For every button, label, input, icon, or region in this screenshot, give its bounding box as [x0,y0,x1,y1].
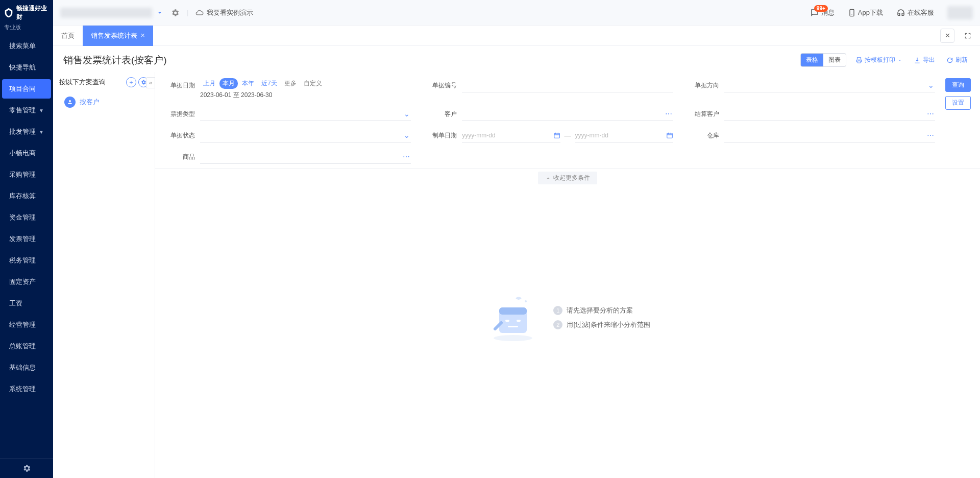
sidebar-item-10[interactable]: 税务管理 [0,250,53,271]
preset-this-month[interactable]: 本月 [219,78,238,89]
close-icon[interactable]: ✕ [140,32,145,39]
doc-no-label: 单据编号 [426,78,457,90]
collapse-filters-button[interactable]: 收起更多条件 [538,172,597,184]
preset-more[interactable]: 更多 [281,78,300,89]
svg-rect-8 [517,320,521,322]
doc-status-select[interactable]: ⌄ [200,128,411,142]
sidebar: 畅捷通好业财 专业版 搜索菜单快捷导航项目合同零售管理▼批发管理▼小畅电商采购管… [0,0,53,478]
fullscreen-icon[interactable] [961,29,975,43]
mobile-icon [848,8,856,17]
doc-date-label: 单据日期 [164,78,195,90]
sidebar-item-9[interactable]: 发票管理 [0,228,53,250]
sidebar-item-6[interactable]: 采购管理 [0,164,53,185]
chevron-down-icon [897,58,902,63]
export-button[interactable]: 导出 [912,56,937,64]
tab-home[interactable]: 首页 [53,26,83,46]
settle-customer-label: 结算客户 [689,107,719,118]
sidebar-item-4[interactable]: 批发管理▼ [0,121,53,142]
doc-dir-label: 单据方向 [689,78,719,90]
headset-icon [896,8,905,17]
settle-customer-picker[interactable]: ⋯ [724,107,935,121]
org-name-redacted [60,8,152,18]
close-all-tabs[interactable]: ✕ [940,29,954,43]
sidebar-item-15[interactable]: 基础信息 [0,357,53,378]
sidebar-item-12[interactable]: 工资 [0,293,53,314]
preset-last-month[interactable]: 上月 [200,78,218,89]
sidebar-item-8[interactable]: 资金管理 [0,207,53,228]
date-range-display: 2023-06-01 至 2023-06-30 [200,91,411,100]
doc-dir-select[interactable]: ⌄ [724,78,935,92]
view-chart[interactable]: 图表 [823,54,846,66]
svg-rect-9 [508,326,518,327]
demo-link[interactable]: 我要看实例演示 [195,8,253,17]
add-scheme-button[interactable]: ＋ [126,77,136,87]
settings-button[interactable]: 设置 [945,96,971,110]
scheme-panel-title: 按以下方案查询 [59,78,106,87]
sidebar-item-1[interactable]: 快捷导航 [0,57,53,78]
empty-step-2: 2 用[过滤]条件来缩小分析范围 [553,320,650,329]
messages-link[interactable]: 消息 99+ [807,8,838,17]
user-avatar-redacted[interactable] [947,6,973,19]
page-header: 销售发票统计表(按客户) 表格 图表 按模板打印 导出 刷新 [53,46,980,72]
topbar-settings-icon[interactable] [170,8,180,17]
customer-label: 客户 [426,107,457,118]
scheme-by-customer[interactable]: 按客户 [59,93,149,111]
svg-point-4 [494,335,532,341]
view-switch: 表格 图表 [800,53,846,67]
chevron-down-icon: ⌄ [403,110,411,118]
calendar-icon [553,132,560,139]
print-icon [855,57,863,64]
sidebar-item-5[interactable]: 小畅电商 [0,142,53,164]
gear-icon [22,464,31,473]
preset-custom[interactable]: 自定义 [301,78,325,89]
sidebar-settings[interactable] [0,458,53,478]
svg-point-1 [851,14,852,15]
sidebar-item-7[interactable]: 库存核算 [0,185,53,207]
more-icon: ⋯ [926,131,935,139]
svg-rect-2 [554,133,559,137]
product-label: 商品 [164,150,195,161]
more-icon: ⋯ [402,153,411,161]
collapse-panel-button[interactable]: « [146,77,155,88]
svg-rect-3 [667,133,672,137]
empty-step-1: 1 请先选择要分析的方案 [553,306,650,315]
invoice-type-label: 票据类型 [164,107,195,118]
svg-rect-7 [505,320,509,322]
warehouse-picker[interactable]: ⋯ [724,128,935,142]
customer-picker[interactable]: ⋯ [462,107,673,121]
brand-logo: 畅捷通好业财 [0,0,53,26]
org-selector[interactable] [60,8,163,18]
create-date-label: 制单日期 [426,128,457,140]
support-link[interactable]: 在线客服 [893,8,937,17]
tab-current[interactable]: 销售发票统计表 ✕ [83,26,153,46]
sidebar-item-11[interactable]: 固定资产 [0,271,53,293]
sidebar-item-13[interactable]: 经营管理 [0,314,53,336]
sidebar-item-14[interactable]: 总账管理 [0,336,53,357]
sidebar-item-0[interactable]: 搜索菜单 [0,35,53,57]
chevron-down-icon [156,9,163,16]
refresh-button[interactable]: 刷新 [944,56,970,64]
query-button[interactable]: 查询 [945,78,971,92]
doc-status-label: 单据状态 [164,128,195,140]
message-badge: 99+ [814,5,828,12]
calendar-icon [666,132,673,139]
empty-illustration [485,292,541,343]
invoice-type-select[interactable]: ⌄ [200,107,411,121]
sidebar-item-3[interactable]: 零售管理▼ [0,100,53,121]
create-date-from[interactable]: yyyy-mm-dd [462,128,560,142]
view-table[interactable]: 表格 [801,54,823,66]
product-picker[interactable]: ⋯ [200,150,411,164]
sidebar-menu: 搜索菜单快捷导航项目合同零售管理▼批发管理▼小畅电商采购管理库存核算资金管理发票… [0,35,53,458]
page-title: 销售发票统计表(按客户) [63,54,167,67]
sidebar-item-2[interactable]: 项目合同 [2,79,51,99]
print-button[interactable]: 按模板打印 [853,56,904,64]
preset-this-year[interactable]: 本年 [239,78,257,89]
preset-seven-days[interactable]: 近7天 [258,78,280,89]
sidebar-item-16[interactable]: 系统管理 [0,378,53,400]
svg-point-10 [525,300,527,302]
create-date-to[interactable]: yyyy-mm-dd [575,128,673,142]
cloud-icon [195,9,204,17]
export-icon [914,57,921,64]
doc-no-input[interactable] [462,78,673,92]
app-download-link[interactable]: App下载 [845,8,886,17]
